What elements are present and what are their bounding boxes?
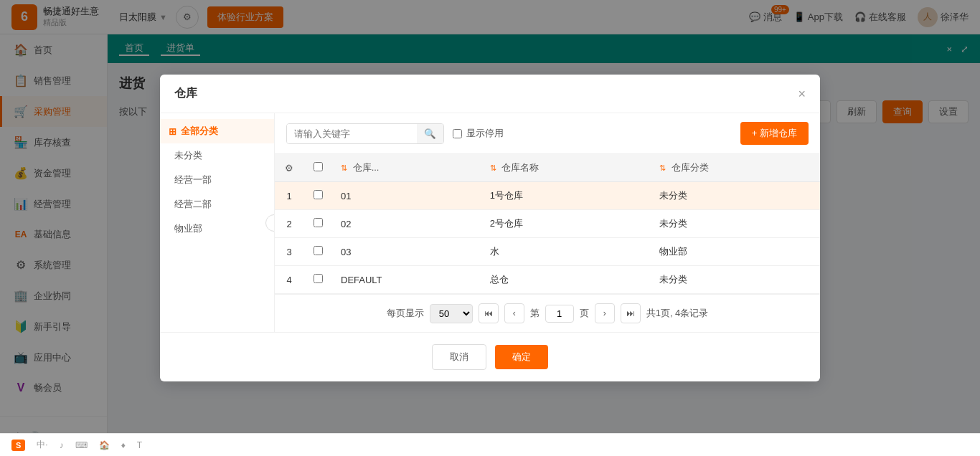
row-checkbox[interactable]	[303, 210, 332, 238]
status-icon-1: 中·	[37, 439, 47, 451]
warehouse-toolbar: 🔍 显示停用 + 新增仓库	[275, 113, 820, 154]
category-item-property[interactable]: 物业部	[160, 217, 274, 241]
per-page-select[interactable]: 50 10 20 100	[430, 304, 473, 323]
row-name: 水	[481, 238, 651, 266]
warehouse-modal: 仓库 × ⊞ 全部分类 未分类 经营一部 经营二部 物业部 《	[160, 75, 820, 381]
category-panel: ⊞ 全部分类 未分类 经营一部 经营二部 物业部 《	[160, 113, 275, 332]
modal-footer: 取消 确定	[160, 332, 820, 381]
col-name[interactable]: ⇅ 仓库名称	[481, 154, 651, 182]
first-page-button[interactable]: ⏮	[479, 303, 499, 323]
row-code: 01	[332, 182, 481, 210]
row-name: 1号仓库	[481, 182, 651, 210]
search-button[interactable]: 🔍	[417, 124, 443, 143]
pagination: 每页显示 50 10 20 100 ⏮ ‹ 第 页	[275, 294, 820, 332]
modal-overlay: 仓库 × ⊞ 全部分类 未分类 经营一部 经营二部 物业部 《	[0, 0, 980, 456]
table-row[interactable]: 4 DEFAULT 总仓 未分类	[275, 266, 820, 294]
col-checkbox	[303, 154, 332, 182]
row-name: 总仓	[481, 266, 651, 294]
status-logo: S	[11, 440, 25, 451]
col-settings: ⚙	[275, 154, 303, 182]
search-input[interactable]	[287, 124, 417, 143]
last-page-icon: ⏭	[626, 308, 635, 318]
status-icon-2: ♪	[60, 440, 64, 450]
next-page-button[interactable]: ›	[595, 303, 615, 323]
table-header: ⚙ ⇅ 仓库... ⇅	[275, 154, 820, 182]
next-page-icon: ›	[603, 308, 606, 318]
row-num: 1	[275, 182, 303, 210]
page-label: 第	[530, 307, 540, 320]
row-checkbox[interactable]	[303, 238, 332, 266]
warehouse-table-container: ⚙ ⇅ 仓库... ⇅	[275, 154, 820, 294]
first-page-icon: ⏮	[484, 308, 493, 318]
row-category: 未分类	[651, 210, 820, 238]
add-warehouse-button[interactable]: + 新增仓库	[740, 122, 809, 145]
show-disabled-label: 显示停用	[466, 127, 504, 140]
last-page-button[interactable]: ⏭	[621, 303, 641, 323]
table-row[interactable]: 3 03 水 物业部	[275, 238, 820, 266]
row-category: 未分类	[651, 182, 820, 210]
sort-icon-category: ⇅	[659, 163, 666, 172]
row-category: 未分类	[651, 266, 820, 294]
page-suffix: 页	[580, 307, 589, 320]
total-info: 共1页, 4条记录	[646, 307, 709, 320]
table-row[interactable]: 2 02 2号仓库 未分类	[275, 210, 820, 238]
search-box: 🔍	[286, 123, 444, 144]
sort-icon-code: ⇅	[341, 163, 347, 172]
warehouse-table: ⚙ ⇅ 仓库... ⇅	[275, 154, 820, 294]
row-num: 4	[275, 266, 303, 294]
category-item-ops1[interactable]: 经营一部	[160, 168, 274, 192]
status-icon-4: 🏠	[99, 440, 110, 450]
cancel-button[interactable]: 取消	[432, 344, 486, 370]
category-all[interactable]: ⊞ 全部分类	[160, 119, 274, 143]
col-category[interactable]: ⇅ 仓库分类	[651, 154, 820, 182]
row-category: 物业部	[651, 238, 820, 266]
row-checkbox[interactable]	[303, 266, 332, 294]
category-item-ops2[interactable]: 经营二部	[160, 192, 274, 217]
modal-header: 仓库 ×	[160, 75, 820, 113]
prev-page-button[interactable]: ‹	[504, 303, 524, 323]
row-code: 02	[332, 210, 481, 238]
row-code: 03	[332, 238, 481, 266]
category-all-icon: ⊞	[169, 126, 176, 137]
select-all-checkbox[interactable]	[314, 162, 323, 171]
category-item-uncat[interactable]: 未分类	[160, 143, 274, 168]
table-row[interactable]: 1 01 1号仓库 未分类	[275, 182, 820, 210]
show-disabled-checkbox-label[interactable]: 显示停用	[453, 127, 504, 140]
sort-icon-name: ⇅	[490, 163, 496, 172]
status-icon-6: T	[137, 440, 142, 450]
status-icon-3: ⌨	[75, 440, 88, 450]
modal-body: ⊞ 全部分类 未分类 经营一部 经营二部 物业部 《 🔍	[160, 113, 820, 332]
row-checkbox[interactable]	[303, 182, 332, 210]
page-number-input[interactable]	[545, 305, 574, 323]
category-all-label: 全部分类	[181, 125, 218, 138]
per-page-label: 每页显示	[387, 307, 424, 320]
show-disabled-checkbox[interactable]	[453, 129, 462, 138]
row-num: 2	[275, 210, 303, 238]
status-icon-5: ♦	[121, 440, 126, 450]
modal-title: 仓库	[174, 86, 197, 101]
prev-page-icon: ‹	[513, 308, 516, 318]
row-code: DEFAULT	[332, 266, 481, 294]
settings-col-icon: ⚙	[285, 163, 293, 174]
status-bar: S 中· ♪ ⌨ 🏠 ♦ T	[0, 433, 980, 456]
row-name: 2号仓库	[481, 210, 651, 238]
confirm-button[interactable]: 确定	[495, 345, 548, 369]
modal-close-button[interactable]: ×	[798, 87, 806, 100]
col-code[interactable]: ⇅ 仓库...	[332, 154, 481, 182]
row-num: 3	[275, 238, 303, 266]
table-body: 1 01 1号仓库 未分类 2 02 2号仓库	[275, 182, 820, 294]
warehouse-content: 🔍 显示停用 + 新增仓库 ⚙	[275, 113, 820, 332]
